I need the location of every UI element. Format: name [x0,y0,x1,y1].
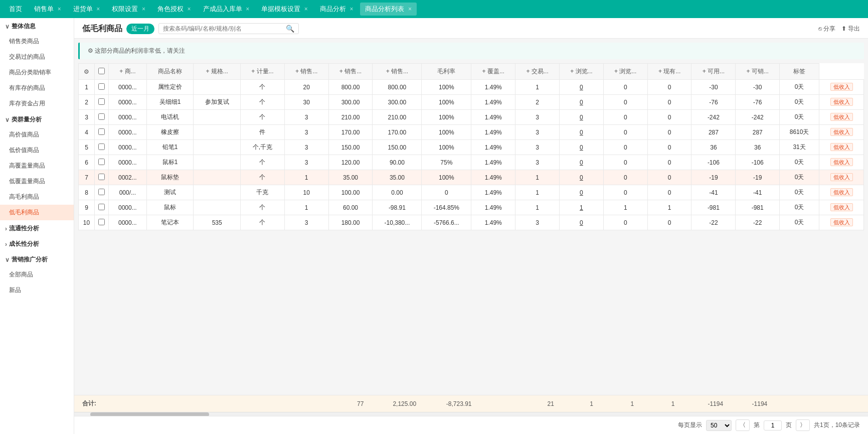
row-transaction[interactable]: 0 [560,125,604,140]
close-icon[interactable]: × [142,6,145,13]
row-select-checkbox[interactable] [98,143,105,150]
sidebar-item-new-goods[interactable]: 新品 [0,282,74,298]
sidebar-item-traded-goods[interactable]: 交易过的商品 [0,49,74,65]
row-select-checkbox[interactable] [98,159,105,165]
sidebar-group-overview[interactable]: ∨ 整体信息 [0,18,74,34]
th-code[interactable]: + 商... [109,64,147,80]
sidebar-item-high-margin[interactable]: 高毛利商品 [0,189,74,205]
sidebar-group-marketing[interactable]: ∨ 营销推广分析 [0,251,74,267]
next-page-button[interactable]: 〉 [796,419,810,431]
row-transaction[interactable]: 0 [560,215,604,230]
row-checkbox[interactable] [95,125,109,140]
sidebar-group-growth[interactable]: › 成长性分析 [0,236,74,251]
row-transaction[interactable]: 0 [560,155,604,170]
th-sale-amt1[interactable]: + 销售... [328,64,373,80]
page-number-input[interactable] [764,420,782,430]
row-select-checkbox[interactable] [98,128,105,135]
close-icon[interactable]: × [96,6,100,13]
nav-role[interactable]: 角色授权 × [152,3,196,16]
row-select-checkbox[interactable] [98,204,105,210]
search-box[interactable]: 🔍 [158,23,299,34]
th-settings[interactable]: ⚙ [79,64,95,80]
row-select-checkbox[interactable] [98,189,105,195]
sidebar-group-flow[interactable]: › 流通性分析 [0,220,74,236]
nav-template[interactable]: 单据模板设置 × [256,3,313,16]
row-checkbox[interactable] [95,200,109,215]
row-transaction[interactable]: 0 [560,185,604,200]
row-select-checkbox[interactable] [98,174,105,180]
row-checkbox[interactable] [95,110,109,125]
th-current[interactable]: + 现有... [647,64,691,80]
th-sellable[interactable]: + 可销... [736,64,780,80]
th-sale-qty[interactable]: + 销售... [284,64,328,80]
row-transaction[interactable]: 0 [560,80,604,95]
sidebar-item-sales-goods[interactable]: 销售类商品 [0,34,74,49]
row-checkbox[interactable] [95,170,109,185]
sidebar-item-all-goods[interactable]: 全部商品 [0,267,74,282]
row-select-checkbox[interactable] [98,83,105,90]
th-check[interactable] [95,64,109,80]
row-select-checkbox[interactable] [98,219,105,225]
row-checkbox[interactable] [95,185,109,200]
nav-permission[interactable]: 权限设置 × [107,3,150,16]
row-select-checkbox[interactable] [98,113,105,120]
row-gross-rate: 1.49% [471,170,515,185]
sidebar-item-low-margin[interactable]: 低毛利商品 [0,205,74,220]
sidebar-group-cluster[interactable]: ∨ 类群量分析 [0,111,74,127]
th-browse1[interactable]: + 浏览... [560,64,604,80]
nav-purchase[interactable]: 进货单 × [68,3,105,16]
search-input[interactable] [163,25,286,32]
th-name[interactable]: 商品名称 [146,64,194,80]
nav-sales[interactable]: 销售单 × [29,3,66,16]
th-transaction[interactable]: + 交易... [515,64,560,80]
close-icon[interactable]: × [188,6,191,13]
row-checkbox[interactable] [95,155,109,170]
row-transaction[interactable]: 0 [560,95,604,110]
sidebar-item-low-value[interactable]: 低价值商品 [0,142,74,158]
row-transaction[interactable]: 0 [560,140,604,155]
close-icon[interactable]: × [304,6,308,13]
th-browse2[interactable]: + 浏览... [603,64,647,80]
sidebar-item-stock-capital[interactable]: 库存资金占用 [0,96,74,111]
prev-page-button[interactable]: 〈 [736,419,750,431]
row-transaction[interactable]: 0 [560,110,604,125]
nav-home[interactable]: 首页 [4,3,27,16]
close-icon[interactable]: × [246,6,249,13]
close-icon[interactable]: × [58,6,61,13]
sidebar-item-high-value[interactable]: 高价值商品 [0,127,74,142]
th-gross-rate[interactable]: 毛利率 [422,64,471,80]
nav-analysis[interactable]: 商品分析 × [315,3,359,16]
row-transaction[interactable]: 1 [560,200,604,215]
filter-button[interactable]: 近一月 [126,24,154,34]
th-tag[interactable]: 标签 [780,64,819,80]
th-coverage[interactable]: + 覆盖... [471,64,515,80]
sidebar-item-low-coverage[interactable]: 低覆盖量商品 [0,174,74,189]
row-transaction[interactable]: 0 [560,170,604,185]
row-checkbox[interactable] [95,95,109,110]
th-unit[interactable]: + 计量... [240,64,284,80]
row-coverage: 1 [515,170,560,185]
th-available[interactable]: + 可用... [691,64,736,80]
nav-analysis-list[interactable]: 商品分析列表 × [360,3,417,16]
th-sale-profit[interactable]: + 销售... [373,64,422,80]
page-size-select[interactable]: 50 100 200 [706,420,732,431]
sidebar-item-high-coverage[interactable]: 高覆盖量商品 [0,158,74,174]
table-container[interactable]: ⚙ + 商... 商品名称 + 规格... + 计量... + 销售... + … [74,59,868,395]
row-available: -106 [736,155,780,170]
select-all-checkbox[interactable] [98,68,105,74]
th-spec[interactable]: + 规格... [194,64,241,80]
sidebar-item-in-stock[interactable]: 有库存的商品 [0,80,74,96]
sidebar-item-category-rate[interactable]: 商品分类助销率 [0,65,74,80]
row-select-checkbox[interactable] [98,98,105,105]
row-checkbox[interactable] [95,80,109,95]
row-checkbox[interactable] [95,140,109,155]
close-icon[interactable]: × [408,6,412,13]
scroll-track[interactable] [74,412,868,416]
export-button[interactable]: ⬆ 导出 [841,25,860,33]
share-button[interactable]: ⎋ 分享 [818,25,835,33]
search-icon[interactable]: 🔍 [286,25,294,33]
row-checkbox[interactable] [95,215,109,230]
low-income-tag: 低收入 [830,83,853,91]
close-icon[interactable]: × [350,6,353,13]
nav-product-in[interactable]: 产成品入库单 × [198,3,255,16]
